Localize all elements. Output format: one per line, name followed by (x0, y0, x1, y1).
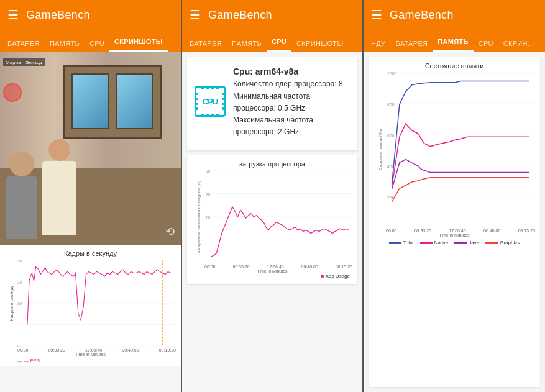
tab-battery-1[interactable]: БАТАРЕЯ (2, 35, 45, 52)
legend-total-label: Total (403, 240, 414, 245)
legend-native-label: Native (434, 240, 449, 245)
cpu-min-freq: Минимальная частота процессора: 0,5 GHz (233, 91, 350, 114)
panel-content-3: Состояние памяти Состояние памяти (Mb) (364, 52, 545, 392)
fps-x-label-2: 17:06:40 (85, 348, 102, 352)
svg-text:0: 0 (206, 263, 208, 264)
svg-text:10: 10 (206, 216, 211, 221)
tab-memory-2[interactable]: ПАМЯТЬ (227, 35, 267, 52)
memory-chart-title: Состояние памяти (373, 62, 535, 70)
legend-native: Native (420, 240, 449, 245)
mem-x-3: 00:40:00 (483, 229, 500, 233)
fps-legend-text: — FPS (24, 358, 40, 363)
cpu-icon-label: CPU (203, 97, 218, 106)
fps-chart-area: 30 20 10 0 (17, 260, 176, 347)
cpu-name: Cpu: arm64-v8a (233, 65, 350, 78)
cpu-pins-left (196, 93, 198, 110)
svg-text:20: 20 (17, 280, 22, 285)
cpu-pins-right (222, 93, 224, 110)
tab-cpu-2[interactable]: CPU (267, 33, 291, 52)
overlay-icon: ⟲ (165, 225, 175, 239)
fps-x-label-1: 09:33:20 (48, 348, 65, 352)
tab-battery-2[interactable]: БАТАРЕЯ (185, 35, 227, 52)
memory-chart-area: 1000 800 600 400 200 0 (387, 72, 535, 227)
hamburger-icon-3[interactable]: ☰ (371, 7, 382, 22)
tab-memory-3[interactable]: ПАМЯТЬ (433, 33, 473, 52)
cpu-x-label-1: 09:33:20 (232, 265, 249, 269)
mem-x-1: 09:33:20 (414, 229, 431, 233)
panel-cpu: ☰ GameBench БАТАРЕЯ ПАМЯТЬ CPU СКРИНШОТЫ… (182, 0, 364, 392)
header-1: ☰ GameBench (0, 0, 181, 30)
app-title-3: GameBench (390, 9, 454, 22)
svg-text:30: 30 (206, 170, 211, 173)
tab-cpu-3[interactable]: CPU (474, 35, 498, 52)
cpu-legend: ■ App Usage (192, 273, 352, 279)
svg-text:800: 800 (387, 103, 395, 107)
hud-circle (3, 83, 22, 102)
screenshot-placeholder: Марра - Эпизод ⟲ (0, 52, 181, 245)
cpu-chart-title: загрузка процессора (192, 160, 352, 168)
panels-container: ☰ GameBench БАТАРЕЯ ПАМЯТЬ CPU СКРИНШОТЫ (0, 0, 545, 392)
svg-text:1000: 1000 (387, 72, 396, 76)
svg-text:20: 20 (206, 193, 211, 197)
cpu-info-card: CPU Cpu: arm64-v8a Количество ядер проце… (187, 57, 357, 150)
window-decoration (63, 65, 162, 139)
tab-battery-3[interactable]: БАТАРЕЯ (390, 35, 433, 52)
header-2: ☰ GameBench (182, 0, 362, 30)
hamburger-icon[interactable]: ☰ (7, 7, 19, 22)
tab-screenshots-2[interactable]: СКРИНШОТЫ (291, 35, 348, 52)
cpu-chart-svg: 30 20 10 0 (206, 170, 352, 263)
cpu-legend-icon: ■ (321, 273, 324, 279)
window-pane-right (116, 73, 153, 129)
main-char-head (48, 139, 70, 161)
player-name-label: Марра - Эпизод (3, 58, 45, 66)
svg-text:0: 0 (17, 344, 20, 347)
fps-x-label-4: 08:13:20 (159, 348, 176, 352)
tab-bar-2: БАТАРЕЯ ПАМЯТЬ CPU СКРИНШОТЫ (182, 30, 362, 52)
fps-x-labels: 00:00 09:33:20 17:06:40 00:40:00 08:13:2… (5, 348, 176, 352)
legend-java: Java (454, 240, 479, 245)
legend-total: Total (389, 240, 414, 245)
memory-legend: Total Native Java Graphics (373, 240, 535, 245)
fps-x-label-0: 00:00 (17, 348, 29, 352)
cpu-x-label-3: 00:40:00 (301, 265, 318, 269)
window-pane-left (71, 73, 109, 129)
app-title-2: GameBench (208, 9, 272, 22)
cpu-info-text: Cpu: arm64-v8a Количество ядер процессор… (233, 65, 350, 138)
panel-screenshots: ☰ GameBench БАТАРЕЯ ПАМЯТЬ CPU СКРИНШОТЫ (0, 0, 182, 392)
tab-screen-3[interactable]: СКРИН… (498, 35, 539, 52)
svg-text:30: 30 (17, 260, 22, 263)
cpu-time-label: Time in Minutes (192, 269, 352, 273)
legend-graphics-dot (485, 242, 498, 244)
character-main (34, 139, 84, 245)
char-body (6, 176, 37, 239)
tab-memory-1[interactable]: ПАМЯТЬ (45, 35, 85, 52)
tab-cpu-1[interactable]: CPU (85, 35, 109, 52)
legend-total-dot (389, 242, 401, 244)
char-head (9, 152, 34, 176)
svg-text:0: 0 (387, 226, 390, 227)
tab-bar-3: НДУ БАТАРЕЯ ПАМЯТЬ CPU СКРИН… (364, 30, 545, 52)
legend-graphics: Graphics (485, 240, 520, 245)
tab-ndu[interactable]: НДУ (366, 35, 390, 52)
cpu-chart-area: 30 20 10 0 (206, 170, 352, 263)
legend-java-label: Java (469, 240, 479, 245)
memory-y-label: Состояние памяти (Mb) (378, 129, 382, 170)
legend-native-dot (420, 242, 433, 244)
fps-y-label-container: Кадров в секунду (5, 260, 17, 347)
cpu-chart-card: загрузка процессора Загрузочное использо… (187, 155, 357, 284)
fps-legend-line: — (17, 358, 22, 363)
mem-x-4: 08:13:20 (518, 229, 535, 233)
memory-chart-svg: 1000 800 600 400 200 0 (387, 72, 535, 227)
tab-screenshots-1[interactable]: СКРИНШОТЫ (109, 33, 168, 52)
header-3: ☰ GameBench (364, 0, 545, 30)
cpu-info-header: CPU Cpu: arm64-v8a Количество ядер проце… (195, 65, 350, 138)
cpu-x-labels: 00:00 09:33:20 17:06:40 00:40:00 08:13:2… (192, 265, 352, 269)
hamburger-icon-2[interactable]: ☰ (190, 7, 201, 22)
cpu-x-label-0: 00:00 (204, 265, 216, 269)
panel-content-1: Марра - Эпизод ⟲ Кадры в секунду Кадров … (0, 52, 181, 392)
screenshot-area: Марра - Эпизод ⟲ (0, 52, 181, 245)
cpu-legend-text: App Usage (325, 273, 350, 279)
fps-legend: — — FPS (5, 358, 176, 363)
fps-x-label-3: 00:40:00 (122, 348, 139, 352)
cpu-y-label: Загрузочное использование ресурсов (%) (197, 181, 201, 253)
